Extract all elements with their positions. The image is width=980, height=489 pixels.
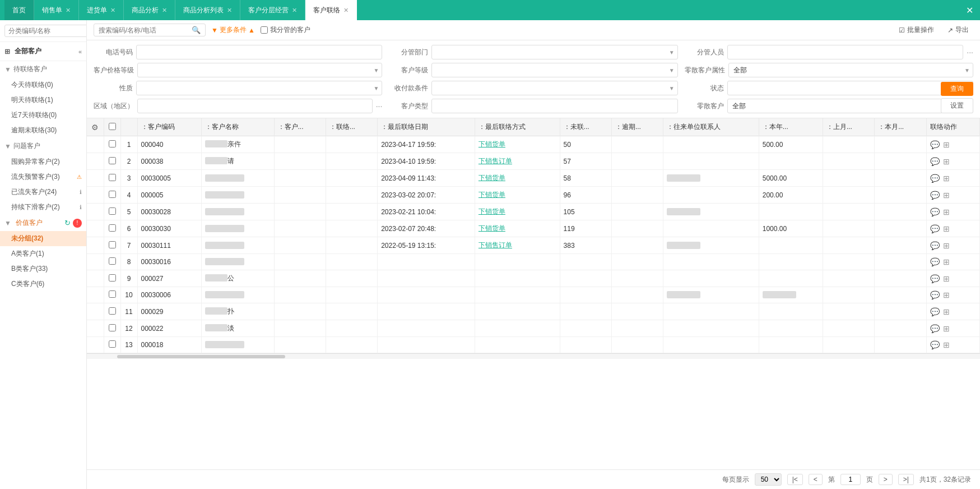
checkbox-col-header[interactable] [104, 118, 120, 136]
type-col-header[interactable]: ：客户... [274, 118, 326, 136]
sidebar-item-class-b[interactable]: B类客户(33) [0, 261, 86, 276]
grid-action-icon[interactable]: ⊞ [943, 157, 950, 166]
sidebar-item-tomorrow-contact[interactable]: 明天待联络(1) [0, 93, 86, 108]
tab-customer-segmentation-close[interactable]: ✕ [292, 7, 297, 14]
phone-input[interactable] [136, 45, 382, 59]
problem-customers-group[interactable]: ▼ 问题客户 [0, 138, 86, 154]
sidebar-item-class-c[interactable]: C类客户(6) [0, 276, 86, 292]
tab-product-analysis[interactable]: 商品分析 ✕ [124, 0, 175, 20]
tab-customer-contact[interactable]: 客户联络 ✕ [305, 0, 357, 20]
last-month-col-header[interactable]: ：上月... [823, 118, 874, 136]
dept-select[interactable] [431, 45, 677, 59]
tab-customer-segmentation[interactable]: 客户分层经营 ✕ [240, 0, 305, 20]
sparse-attr-select[interactable]: 全部 [728, 63, 973, 77]
tab-product-analysis-list[interactable]: 商品分析列表 ✕ [175, 0, 240, 20]
more-filters-btn[interactable]: ▼ 更多条件 ▲ [211, 25, 255, 35]
row-checkbox[interactable] [109, 191, 116, 198]
grid-action-icon[interactable]: ⊞ [943, 191, 950, 200]
pending-contact-group[interactable]: ▼ 待联络客户 [0, 61, 86, 77]
refresh-icon[interactable]: ↻ [64, 219, 71, 227]
checkbox-cell[interactable] [104, 270, 120, 287]
last-contact-type-cell[interactable] [475, 337, 560, 353]
this-month-col-header[interactable]: ：本月... [875, 118, 926, 136]
row-checkbox[interactable] [109, 140, 116, 147]
search-input[interactable] [99, 26, 192, 34]
grid-action-icon[interactable]: ⊞ [943, 140, 950, 149]
message-action-icon[interactable]: 💬 [930, 207, 940, 216]
reset-button[interactable]: 设置 [941, 98, 973, 113]
sidebar-item-class-a[interactable]: A类客户(1) [0, 246, 86, 261]
last-contact-type-cell[interactable] [475, 303, 560, 320]
message-action-icon[interactable]: 💬 [930, 290, 940, 299]
checkbox-cell[interactable] [104, 187, 120, 204]
query-button[interactable]: 查询 [941, 82, 973, 96]
grid-action-icon[interactable]: ⊞ [943, 274, 950, 283]
message-action-icon[interactable]: 💬 [930, 324, 940, 333]
sidebar-search-input[interactable] [4, 25, 87, 37]
no-contact-col-header[interactable]: ：未联... [560, 118, 611, 136]
search-icon[interactable]: 🔍 [192, 26, 201, 34]
nature-select[interactable] [136, 81, 382, 95]
settings-icon[interactable]: ⚙ [91, 123, 99, 132]
grid-action-icon[interactable]: ⊞ [943, 307, 950, 316]
last-contact-type-cell[interactable]: 下销货单 [475, 136, 560, 153]
last-contact-type-cell[interactable] [475, 254, 560, 270]
last-page-btn[interactable]: >| [898, 474, 914, 485]
name-col-header[interactable]: ：客户名称 [201, 118, 274, 136]
checkbox-cell[interactable] [104, 136, 120, 153]
checkbox-cell[interactable] [104, 337, 120, 353]
tab-purchase-close[interactable]: ✕ [110, 7, 115, 14]
tab-product-analysis-close[interactable]: ✕ [162, 7, 167, 14]
sidebar-item-churned[interactable]: 已流失客户(24) ℹ [0, 184, 86, 200]
checkbox-cell[interactable] [104, 170, 120, 187]
last-contact-type-cell[interactable] [475, 287, 560, 303]
tab-purchase[interactable]: 进货单 ✕ [79, 0, 124, 20]
contact-col-header[interactable]: ：联络... [326, 118, 377, 136]
grid-action-icon[interactable]: ⊞ [943, 324, 950, 333]
scroll-thumb[interactable] [117, 355, 285, 358]
checkbox-cell[interactable] [104, 254, 120, 270]
row-checkbox[interactable] [109, 224, 116, 232]
settings-col-header[interactable]: ⚙ [87, 118, 104, 136]
message-action-icon[interactable]: 💬 [930, 307, 940, 316]
code-col-header[interactable]: ：客户编码 [137, 118, 201, 136]
message-action-icon[interactable]: 💬 [930, 191, 940, 200]
page-input[interactable] [840, 474, 861, 485]
row-checkbox[interactable] [109, 157, 116, 164]
row-checkbox[interactable] [109, 207, 116, 215]
grid-action-icon[interactable]: ⊞ [943, 224, 950, 233]
row-checkbox[interactable] [109, 324, 116, 331]
unit-contact-col-header[interactable]: ：往来单位联系人 [663, 118, 759, 136]
grid-action-icon[interactable]: ⊞ [943, 241, 950, 250]
last-contact-type-cell[interactable]: 下销售订单 [475, 237, 560, 254]
sidebar-item-churn-warning[interactable]: 流失预警客户(3) ⚠ [0, 169, 86, 184]
price-level-select[interactable] [137, 63, 382, 77]
batch-ops-btn[interactable]: ☑ 批量操作 [894, 24, 939, 36]
all-customers-header[interactable]: ⊞ 全部客户 « [0, 42, 86, 61]
last-contact-type-cell[interactable]: 下销货单 [475, 187, 560, 204]
customer-type-input[interactable] [431, 99, 677, 113]
export-btn[interactable]: ↗ 导出 [943, 24, 973, 36]
last-contact-date-col-header[interactable]: ：最后联络日期 [378, 118, 475, 136]
next-page-btn[interactable]: > [879, 474, 893, 485]
checkbox-cell[interactable] [104, 287, 120, 303]
row-checkbox[interactable] [109, 307, 116, 315]
horizontal-scrollbar[interactable] [87, 353, 980, 359]
tab-product-analysis-list-close[interactable]: ✕ [227, 7, 232, 14]
tab-sales[interactable]: 销售单 ✕ [34, 0, 79, 20]
first-page-btn[interactable]: |< [787, 474, 803, 485]
message-action-icon[interactable]: 💬 [930, 157, 940, 166]
grid-action-icon[interactable]: ⊞ [943, 174, 950, 183]
sidebar-item-today-contact[interactable]: 今天待联络(0) [0, 77, 86, 93]
value-customers-group[interactable]: ▼ 价值客户 ↻ ! [0, 215, 86, 231]
last-contact-type-col-header[interactable]: ：最后联络方式 [475, 118, 560, 136]
more-icon2[interactable]: ··· [376, 102, 383, 110]
row-checkbox[interactable] [109, 241, 116, 248]
my-customers-checkbox-label[interactable]: 我分管的客户 [261, 25, 310, 35]
row-checkbox[interactable] [109, 290, 116, 298]
last-contact-type-cell[interactable] [475, 270, 560, 287]
sidebar-collapse-icon[interactable]: « [78, 48, 82, 55]
manager-input[interactable] [727, 45, 964, 59]
message-action-icon[interactable]: 💬 [930, 224, 940, 233]
message-action-icon[interactable]: 💬 [930, 140, 940, 149]
